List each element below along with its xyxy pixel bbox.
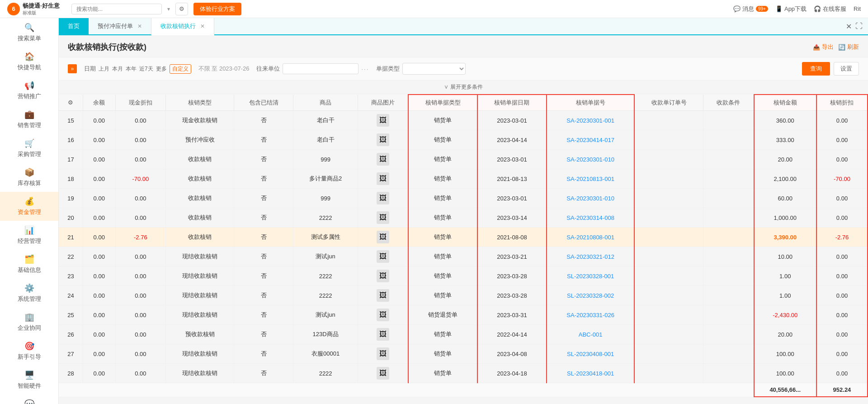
- cell-goods: 2222: [293, 286, 358, 305]
- cell-bill-no[interactable]: SA-20230414-017: [547, 130, 635, 150]
- tab-home[interactable]: 首页: [59, 18, 89, 35]
- message-icon: 💬: [733, 5, 741, 12]
- refresh-button[interactable]: 🔄 刷新: [838, 43, 859, 51]
- cell-type: 现结收款核销: [166, 305, 234, 325]
- table-footer: 40,556,66... 952.24: [59, 383, 868, 397]
- export-button[interactable]: 📤 导出: [813, 43, 834, 51]
- sidebar-item-hardware[interactable]: 🖥️ 智能硬件: [0, 366, 58, 394]
- cell-amount: 100.00: [754, 344, 816, 364]
- sidebar-item-wechat[interactable]: 💬 企业微信: [0, 394, 58, 404]
- sidebar-item-marketing[interactable]: 📢 营销推广: [0, 76, 58, 105]
- cell-bill-no[interactable]: SA-20230314-008: [547, 208, 635, 228]
- setting-button[interactable]: 设置: [834, 62, 859, 76]
- cell-bill-no[interactable]: SA-20230321-012: [547, 247, 635, 266]
- cell-order-no: [634, 305, 703, 325]
- date-custom-button[interactable]: 自定义: [170, 64, 191, 74]
- cell-bill-no[interactable]: SA-20230301-010: [547, 189, 635, 208]
- cell-bill-no[interactable]: SA-20230301-001: [547, 111, 635, 130]
- sidebar-label-operation: 经营管理: [18, 237, 41, 245]
- sidebar-item-purchase[interactable]: 🛒 采购管理: [0, 134, 58, 163]
- sidebar-item-search[interactable]: 🔍 搜索菜单: [0, 18, 58, 47]
- tab-collection-close[interactable]: ✕: [200, 23, 205, 29]
- tab-prepay-close[interactable]: ✕: [137, 23, 142, 29]
- cell-goods-img: 🖼: [358, 266, 408, 286]
- cell-seq: 20: [59, 208, 83, 228]
- expand-more-button[interactable]: ∨ 展开更多条件: [444, 83, 482, 91]
- cell-bill-no[interactable]: SL-20230328-002: [547, 286, 635, 305]
- tab-fullscreen-icon[interactable]: ⛶: [855, 22, 863, 30]
- cell-bill-no[interactable]: SA-20210813-001: [547, 169, 635, 189]
- cell-payment-cond: [703, 111, 754, 130]
- settings-gear-button[interactable]: ⚙: [175, 3, 188, 15]
- online-service-button[interactable]: 🎧 在线客服: [814, 5, 846, 13]
- tab-prepay[interactable]: 预付冲应付单 ✕: [89, 18, 151, 35]
- tab-collection[interactable]: 收款核销执行 ✕: [151, 18, 214, 35]
- sidebar-item-enterprise[interactable]: 🏢 企业协同: [0, 308, 58, 337]
- filter-expand-button[interactable]: »: [68, 64, 77, 73]
- cell-balance: 0.00: [83, 208, 115, 228]
- cell-bill-no[interactable]: ABC-001: [547, 325, 635, 344]
- cell-goods: 2222: [293, 364, 358, 383]
- cell-amount: 3,390.00: [754, 228, 816, 247]
- cell-bill-no[interactable]: SA-20210808-001: [547, 228, 635, 247]
- cell-goods-img: 🖼: [358, 344, 408, 364]
- sidebar-item-guide[interactable]: 🎯 新手引导: [0, 337, 58, 366]
- cell-bill-type: 销货单: [408, 344, 477, 364]
- sidebar-label-purchase: 采购管理: [18, 150, 41, 158]
- cell-bill-no[interactable]: SL-20230418-001: [547, 364, 635, 383]
- cell-order-no: [634, 150, 703, 169]
- cell-amount: 100.00: [754, 364, 816, 383]
- customer-input[interactable]: [283, 63, 359, 74]
- sidebar-item-sales[interactable]: 💼 销售管理: [0, 105, 58, 134]
- purchase-icon: 🛒: [24, 138, 34, 148]
- sidebar-item-finance[interactable]: 💰 资金管理: [0, 192, 58, 221]
- customer-dots[interactable]: ···: [361, 66, 369, 72]
- cell-discount: 0.00: [816, 266, 868, 286]
- app-download-button[interactable]: 📱 App下载: [775, 5, 807, 13]
- query-button[interactable]: 查询: [802, 62, 830, 76]
- cell-bill-no[interactable]: SL-20230328-001: [547, 266, 635, 286]
- sidebar: 🔍 搜索菜单 🏠 快捷导航 📢 营销推广 💼 销售管理 🛒 采购管理 📦 库存核…: [0, 18, 59, 404]
- sidebar-item-quicknav[interactable]: 🏠 快捷导航: [0, 47, 58, 76]
- cell-settled: 否: [234, 286, 293, 305]
- sidebar-label-finance: 资金管理: [18, 208, 41, 216]
- logo-area: 6 畅捷通·好生意 标准版: [7, 2, 66, 16]
- bill-type-select[interactable]: [402, 63, 466, 75]
- date-opt-more[interactable]: 更多: [156, 65, 167, 73]
- finance-icon: 💰: [24, 196, 34, 206]
- date-opt-this-year[interactable]: 本年: [126, 65, 137, 73]
- cell-type: 现结收款核销: [166, 286, 234, 305]
- table-header-row: ⚙ 余额 现金折扣 核销类型 包含已结清 商品 商品图片 核销单据类型 核销单据…: [59, 95, 868, 111]
- sidebar-item-basic[interactable]: 🗂️ 基础信息: [0, 250, 58, 279]
- col-header-amount: 核销金额: [754, 95, 816, 111]
- sidebar-item-operation[interactable]: 📊 经营管理: [0, 221, 58, 250]
- cell-type: 收款核销: [166, 169, 234, 189]
- cell-bill-date: 2023-03-28: [477, 286, 547, 305]
- messages-button[interactable]: 💬 消息 99+: [733, 5, 768, 13]
- cell-settled: 否: [234, 111, 293, 130]
- cell-type: 现结收款核销: [166, 364, 234, 383]
- cell-seq: 24: [59, 286, 83, 305]
- cell-bill-date: 2021-08-13: [477, 169, 547, 189]
- tab-close-all-icon[interactable]: ✕: [846, 22, 852, 31]
- date-opt-last-month[interactable]: 上月: [99, 65, 109, 73]
- cell-settled: 否: [234, 305, 293, 325]
- date-opt-7days[interactable]: 近7天: [139, 65, 153, 73]
- cell-bill-date: 2023-03-01: [477, 189, 547, 208]
- sidebar-item-system[interactable]: ⚙️ 系统管理: [0, 279, 58, 308]
- user-area[interactable]: Rit: [854, 5, 861, 12]
- home-icon: 🏠: [24, 52, 34, 62]
- col-header-gear[interactable]: ⚙: [59, 95, 83, 111]
- cell-bill-no[interactable]: SA-20230301-010: [547, 150, 635, 169]
- top-search-input[interactable]: [71, 4, 162, 14]
- cell-balance: 0.00: [83, 189, 115, 208]
- sidebar-item-inventory[interactable]: 📦 库存核算: [0, 163, 58, 192]
- cell-bill-no[interactable]: SA-20230331-026: [547, 305, 635, 325]
- cell-bill-no[interactable]: SL-20230408-001: [547, 344, 635, 364]
- search-dropdown-arrow[interactable]: ▾: [167, 6, 170, 12]
- date-opt-this-month[interactable]: 本月: [112, 65, 123, 73]
- trial-industry-button[interactable]: 体验行业方案: [193, 3, 241, 15]
- cell-amount: 333.00: [754, 130, 816, 150]
- tab-bar-right-controls: ✕ ⛶: [846, 22, 868, 31]
- logo-text: 畅捷通·好生意 标准版: [23, 2, 60, 16]
